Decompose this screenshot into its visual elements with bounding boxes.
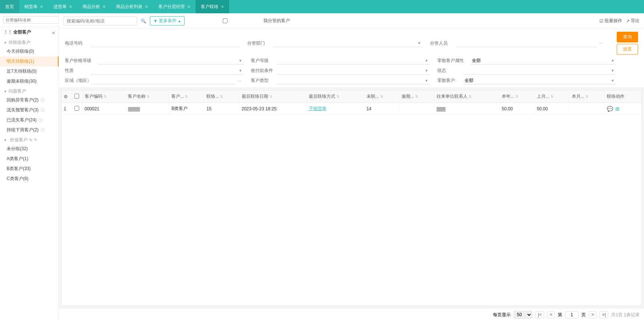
sort-icon: ⇅ (469, 94, 472, 99)
first-page-button[interactable]: |< (535, 311, 544, 318)
next-page-button[interactable]: > (589, 311, 596, 318)
last-page-button[interactable]: >| (599, 311, 608, 318)
sidebar-item-class-a[interactable]: A类客户(1) (0, 154, 59, 164)
table-body: 1 000021 ▓▓▓▓ B类客户 15 2023-05-23 18:25: … (62, 103, 641, 115)
select-all-checkbox[interactable] (74, 94, 79, 99)
sidebar-item-ungrouped[interactable]: 未分组(32) (0, 144, 59, 154)
filter-label-grade: 客户等级 (251, 58, 277, 64)
filter-person-dots[interactable]: ··· (597, 41, 605, 46)
more-filter-button[interactable]: ▼ 更多条件 ▲ (150, 16, 185, 25)
nav-customer-tier[interactable]: 客户分层经营 ✕ (153, 0, 196, 13)
filter-nature: 性质 ▼ (65, 67, 244, 75)
sidebar-item-churned[interactable]: 已流失客户(24) ⓘ (0, 115, 59, 125)
col-settings[interactable]: ⚙ (62, 90, 72, 103)
col-code[interactable]: 客户编码⇅ (82, 90, 126, 103)
col-name[interactable]: 客户名称⇅ (126, 90, 169, 103)
filter-dept-select[interactable] (273, 39, 422, 47)
col-contact-count[interactable]: 联络...⇅ (204, 90, 239, 103)
filter-retail-attr-select[interactable]: 全部 (470, 57, 616, 64)
col-checkbox[interactable] (72, 90, 82, 103)
filter-panel: 电话号码 分管部门 ▼ 分管人员 ··· (59, 29, 644, 88)
nav-home[interactable]: 首页 (0, 0, 19, 13)
group-problem-customers: 问题客户 (0, 86, 59, 95)
col-unlinkdays[interactable]: 未联...⇅ (364, 90, 399, 103)
sidebar-item-today[interactable]: 今天待联络(0) (0, 46, 59, 56)
nav-product-analysis-list[interactable]: 商品分析列表 ✕ (111, 0, 153, 13)
export-button[interactable]: ↗ 导出 (626, 18, 640, 24)
query-button[interactable]: 查询 (617, 32, 638, 42)
close-icon[interactable]: ✕ (40, 4, 43, 9)
last-method-link[interactable]: 下销货单 (309, 106, 326, 111)
close-icon[interactable]: ✕ (145, 4, 148, 9)
nav-sales-order[interactable]: 销货单 ✕ (19, 0, 48, 13)
prev-page-button[interactable]: < (547, 311, 555, 318)
filter-phone-input[interactable] (91, 39, 240, 47)
sidebar-search-input[interactable] (3, 16, 59, 24)
close-icon[interactable]: ✕ (102, 4, 106, 9)
filter-nature-select[interactable] (91, 67, 244, 74)
filter-retail-customer-select[interactable]: 全部 (463, 77, 616, 84)
cell-no: 1 (62, 103, 72, 115)
collapse-icon[interactable]: « (52, 30, 55, 35)
per-page-select[interactable]: 10 20 50 100 (514, 311, 532, 319)
filter-retail-customer: 零散客户 全部 ▼ (437, 77, 616, 84)
row-checkbox[interactable] (74, 106, 79, 111)
sidebar-item-7days[interactable]: 近7天待联络(0) (0, 66, 59, 76)
my-customer-checkbox[interactable] (188, 18, 262, 23)
set-button[interactable]: 设置 (617, 44, 638, 55)
filter-price-select[interactable] (98, 57, 244, 64)
col-last-method[interactable]: 最后联络方式⇅ (306, 90, 364, 103)
col-type[interactable]: 客户...⇅ (169, 90, 204, 103)
col-this-month[interactable]: 本月...⇅ (569, 90, 604, 103)
cell-last-method[interactable]: 下销货单 (306, 103, 364, 115)
sidebar-item-class-c[interactable]: C类客户(6) (0, 174, 59, 184)
filter-grade-select[interactable] (277, 57, 430, 64)
filter-payment-select[interactable] (277, 67, 430, 74)
batch-op-button[interactable]: ☑ 批量操作 (599, 18, 622, 24)
my-customer-checkbox-label[interactable]: 我分管的客户 (188, 18, 290, 24)
sidebar-item-repurchase-anomaly[interactable]: 回购异常客户(2) ⓘ (0, 95, 59, 105)
filter-label-retail-customer: 零散客户 (437, 77, 463, 84)
filter-region-input[interactable] (91, 77, 235, 84)
search-bar-actions: ☑ 批量操作 ↗ 导出 (599, 18, 640, 24)
search-button[interactable]: 🔍 (141, 18, 146, 24)
filter-customer-type-select[interactable] (277, 77, 430, 84)
nav-product-analysis[interactable]: 商品分析 ✕ (77, 0, 111, 13)
sidebar-item-tomorrow[interactable]: 明天待联络(1) (0, 56, 59, 66)
cell-contact-count: 15 (204, 103, 239, 115)
col-last-date[interactable]: 最后联络日期⇅ (239, 90, 306, 103)
nav-customer-contact[interactable]: 客户联络 ✕ (196, 0, 229, 13)
filter-row-2: 客户价格等级 ▼ 客户等级 ▼ 零散客户属性 (65, 57, 638, 65)
refresh-icon[interactable]: ↻ (29, 138, 32, 142)
sidebar-item-overdue[interactable]: 逾期未联络(30) (0, 76, 59, 86)
filter-status-select[interactable] (463, 67, 616, 74)
col-contacts[interactable]: 往来单位联系人⇅ (434, 90, 499, 103)
sidebar-item-churn-warning[interactable]: 流失预警客户(3) ⓘ (0, 105, 59, 115)
page-unit: 页 (581, 312, 586, 318)
export-icon: ↗ (626, 18, 630, 24)
close-icon[interactable]: ✕ (69, 4, 72, 9)
col-overdue[interactable]: 逾期...⇅ (399, 90, 434, 103)
nav-purchase-order[interactable]: 进货单 ✕ (48, 0, 77, 13)
edit-icon[interactable]: ✎ (34, 138, 37, 142)
grid-icon[interactable]: ⊞ (615, 106, 620, 112)
sidebar-item-class-b[interactable]: B类客户(33) (0, 164, 59, 174)
per-page-label: 每页显示 (493, 312, 511, 318)
search-input[interactable] (63, 17, 137, 25)
cell-year-amount: 50.00 (499, 103, 534, 115)
all-customers-label[interactable]: ⋮⋮ 全部客户 « (0, 27, 59, 38)
sort-icon: ⇅ (147, 94, 150, 99)
filter-person-input[interactable] (456, 39, 597, 47)
col-year-amount[interactable]: 本年...⇅ (499, 90, 534, 103)
close-icon[interactable]: ✕ (221, 4, 224, 9)
filter-region-dots[interactable]: ··· (235, 78, 244, 83)
cell-overdue (399, 103, 434, 115)
close-icon[interactable]: ✕ (187, 4, 190, 9)
col-last-month[interactable]: 上月...⇅ (534, 90, 569, 103)
cell-checkbox[interactable] (72, 103, 82, 115)
chat-icon[interactable]: 💬 (607, 106, 613, 112)
page-input[interactable] (565, 311, 578, 318)
sort-icon: ⇅ (220, 94, 223, 99)
filter-row-3: 性质 ▼ 收付款条件 ▼ 状态 (65, 67, 638, 75)
sidebar-item-declining[interactable]: 持续下滑客户(2) ⓘ (0, 125, 59, 135)
